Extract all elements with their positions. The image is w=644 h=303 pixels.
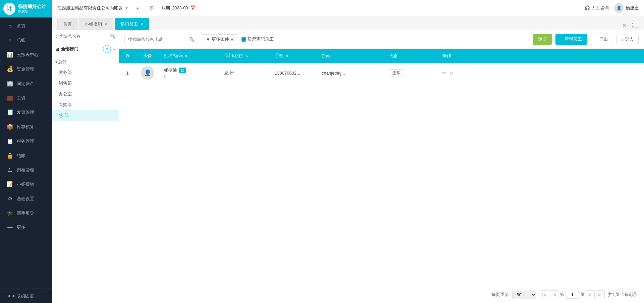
sidebar-item-more[interactable]: ••• 更多	[0, 220, 52, 234]
app-logo[interactable]: 计 畅捷通好会计 旗舰版	[0, 0, 52, 17]
export-button[interactable]: ↑ 导出	[591, 34, 613, 45]
tab-expense-close-icon[interactable]: ✕	[105, 22, 108, 26]
sidebar-item-reports[interactable]: 📊 云报表中心	[0, 47, 52, 62]
sidebar-label-more: 更多	[17, 224, 25, 230]
sidebar-label-home: 首页	[17, 23, 25, 29]
row-email: chanjethkj...	[317, 63, 384, 83]
sidebar-item-settings[interactable]: ⚙ 基础设置	[0, 191, 52, 206]
logout-icon[interactable]: ⎋	[450, 70, 453, 76]
show-resigned-label[interactable]: 显示离职员工	[241, 36, 274, 42]
prev-page-button[interactable]: ◀	[550, 290, 558, 299]
name-main: 畅捷通 部	[164, 67, 215, 73]
table-row: 1 👤 畅捷通 部 0	[119, 63, 644, 83]
add-tab-button[interactable]: ＋	[132, 4, 143, 12]
dept-collapse-icon[interactable]: «	[113, 47, 115, 51]
sidebar-label-archive: 归档管理	[17, 167, 34, 173]
settings-gear-icon[interactable]: ⚙	[147, 5, 157, 11]
sidebar-item-home[interactable]: ⌂ 首页	[0, 19, 52, 33]
page-input[interactable]	[566, 291, 579, 299]
show-resigned-text: 显示离职员工	[248, 36, 274, 42]
period-label: 账期	[161, 5, 170, 11]
dept-edit-button[interactable]: ✎	[103, 45, 111, 53]
col-settings[interactable]: ⚙	[119, 49, 136, 63]
company-chevron-icon: ▼	[125, 6, 128, 10]
dept-group-zongbu: ▾ 总部	[52, 57, 119, 67]
dept-item-caigou[interactable]: 采购部	[52, 99, 119, 110]
next-page-button[interactable]: ▶	[586, 290, 595, 299]
tab-bar: 首页 小畅报销 ✕ 部门员工 ✕ ✕ ⛶	[52, 16, 644, 30]
sidebar: 计 畅捷通好会计 旗舰版 ⌂ 首页 ≡ 总账 📊 云报表中心 💰 资金管理 🏢 …	[0, 0, 52, 303]
table-header-row: ⚙ 头像 姓名/编码 ⇅ 部门/职位 ⇅ 手机 ⇅ Email 状态 操作	[119, 49, 644, 63]
employee-table-body: 1 👤 畅捷通 部 0	[119, 63, 644, 83]
sidebar-item-assets[interactable]: 🏢 固定资产	[0, 76, 52, 91]
sidebar-item-closing[interactable]: 🔒 结账	[0, 148, 52, 163]
tab-home[interactable]: 首页	[57, 18, 77, 30]
sidebar-item-ledger[interactable]: ≡ 总账	[0, 33, 52, 47]
more-filter-button[interactable]: ▼ 更多条件 ∨	[202, 34, 238, 44]
service-label: 人工咨询	[591, 5, 609, 11]
page-unit-label: 页	[580, 292, 585, 298]
close-window-icon[interactable]: ✕	[621, 21, 628, 30]
dept-item-bangong[interactable]: 办公室	[52, 89, 119, 99]
show-resigned-checkbox[interactable]	[241, 37, 246, 42]
tab-dept[interactable]: 部门员工 ✕	[115, 18, 149, 30]
per-page-label: 每页显示	[491, 292, 509, 298]
sidebar-item-funds[interactable]: 💰 资金管理	[0, 62, 52, 76]
sidebar-pin-toggle[interactable]: ◄◄ 取消固定	[0, 289, 52, 303]
employee-search-input[interactable]	[128, 37, 187, 42]
user-avatar: 👤	[614, 3, 624, 13]
sidebar-item-inventory[interactable]: 📦 库存核算	[0, 120, 52, 134]
col-dept[interactable]: 部门/职位 ⇅	[220, 49, 270, 63]
import-button[interactable]: ↓ 导入	[616, 34, 639, 45]
col-phone[interactable]: 手机 ⇅	[270, 49, 317, 63]
right-panel: 🔍 ▼ 更多条件 ∨ 显示离职员工 邀请 + 新增员工 ↑ 导出	[119, 30, 644, 303]
calendar-icon[interactable]: 📅	[190, 5, 196, 10]
add-employee-button[interactable]: + 新增员工	[555, 34, 587, 45]
user-name: 畅捷通	[626, 5, 639, 11]
dept-search-input[interactable]	[55, 34, 108, 39]
edit-icon[interactable]: ✏	[442, 70, 447, 76]
tab-dept-close-icon[interactable]: ✕	[141, 22, 144, 26]
dept-item-zongbu-leaf[interactable]: 总 部	[52, 110, 119, 121]
sidebar-item-guide[interactable]: 🎓 新手引导	[0, 206, 52, 220]
home-icon: ⌂	[7, 23, 13, 29]
sidebar-item-archive[interactable]: 🗂 归档管理	[0, 163, 52, 177]
per-page-select[interactable]: 50 20 100	[512, 291, 536, 299]
row-actions-cell: ✏ ⎋	[438, 63, 644, 83]
service-button[interactable]: 🎧 人工咨询	[585, 5, 609, 11]
ledger-icon: ≡	[7, 37, 13, 43]
filter-chevron-icon: ∨	[230, 37, 234, 42]
employee-search-icon[interactable]: 🔍	[189, 37, 195, 42]
content-area: 🔍 ⊞ 全部部门 ✎ « ▾ 总部 财务部 销售部 办公室 采购部 总 部	[52, 30, 644, 303]
user-menu[interactable]: 👤 畅捷通	[614, 3, 639, 13]
row-index: 1	[119, 63, 136, 83]
sidebar-label-funds: 资金管理	[17, 66, 34, 72]
all-dept-button[interactable]: ⊞ 全部部门	[55, 46, 78, 52]
col-name[interactable]: 姓名/编码 ⇅	[159, 49, 220, 63]
company-selector[interactable]: 江西服宝精品有限责任公司内账张 ▼	[57, 5, 128, 11]
avatar: 👤	[141, 66, 154, 80]
dept-item-caiwu[interactable]: 财务部	[52, 67, 119, 78]
last-page-button[interactable]: ▶|	[596, 290, 605, 299]
first-page-button[interactable]: |◀	[540, 290, 548, 299]
invite-button[interactable]: 邀请	[533, 34, 552, 45]
sidebar-label-reports: 云报表中心	[17, 52, 39, 58]
sidebar-item-invoice[interactable]: 🧾 发票管理	[0, 105, 52, 120]
headset-icon: 🎧	[585, 5, 590, 10]
dept-item-xiaoshou[interactable]: 销售部	[52, 78, 119, 89]
expense-icon: 📝	[7, 181, 13, 187]
tax-icon: 📋	[7, 138, 13, 144]
employee-search-box: 🔍	[124, 35, 198, 44]
dept-search-icon[interactable]: 🔍	[110, 34, 115, 39]
sidebar-item-tax[interactable]: 📋 税务管理	[0, 134, 52, 148]
sidebar-item-expense[interactable]: 📝 小畅报销	[0, 177, 52, 191]
tab-expense[interactable]: 小畅报销 ✕	[79, 18, 113, 30]
employee-name: 畅捷通	[164, 67, 177, 73]
main-area: 江西服宝精品有限责任公司内账张 ▼ ＋ ⚙ 账期 2023-03 📅 🎧 人工咨…	[52, 0, 644, 303]
sidebar-item-payroll[interactable]: 💼 工资	[0, 91, 52, 105]
app-version: 旗舰版	[18, 9, 46, 14]
dept-tag-badge: 部	[179, 68, 186, 73]
maximize-icon[interactable]: ⛶	[631, 21, 639, 30]
more-icon: •••	[7, 224, 13, 230]
settings-icon: ⚙	[7, 196, 13, 202]
